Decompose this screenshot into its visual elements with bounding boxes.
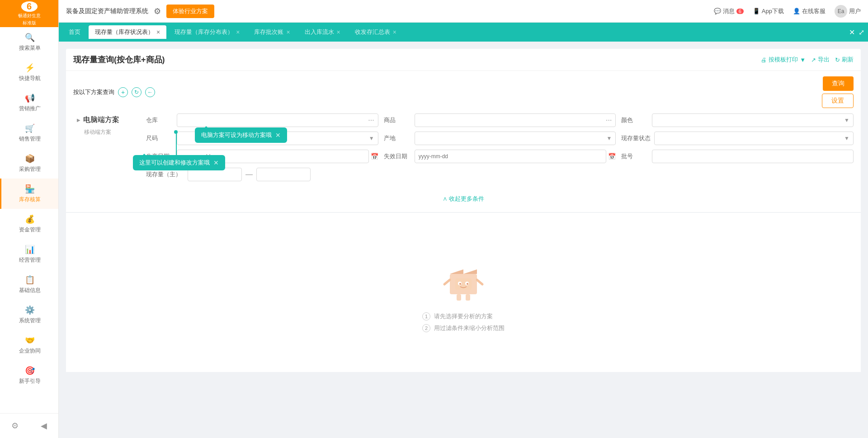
sidebar-item-search[interactable]: 🔍 搜索菜单	[0, 27, 58, 57]
refresh-icon: ↻	[835, 57, 840, 63]
export-btn[interactable]: ↗ 导出	[811, 56, 830, 64]
sidebar-item-label: 快捷导航	[19, 75, 41, 82]
step-num-2: 2	[422, 324, 430, 332]
filter-row-1: 仓库 ··· 商品 ···	[146, 113, 854, 127]
tab-inout-flow[interactable]: 出入库流水 ×	[298, 25, 347, 39]
sidebar-item-system[interactable]: ⚙️ 系统管理	[0, 300, 58, 330]
experience-btn[interactable]: 体验行业方案	[166, 5, 214, 18]
tab-inventory-status[interactable]: 现存量（库存状况表） ×	[89, 25, 166, 39]
page-actions: 🖨 按模板打印 ▼ ↗ 导出 ↻ 刷新	[761, 56, 854, 64]
svg-marker-2	[463, 269, 477, 274]
page-title: 现存量查询(按仓库+商品)	[73, 54, 165, 65]
message-item[interactable]: 💬 消息 6	[714, 7, 744, 15]
collapse-label: 收起更多条件	[449, 195, 484, 202]
sidebar-item-marketing[interactable]: 📢 营销推广	[0, 88, 58, 118]
tab-home[interactable]: 首页	[62, 25, 87, 39]
avatar: Ea	[835, 5, 847, 18]
basic-icon: 📋	[25, 275, 35, 285]
page-header: 现存量查询(按仓库+商品) 🖨 按模板打印 ▼ ↗ 导出 ↻ 刷新	[66, 49, 861, 71]
calendar-icon-2[interactable]: 📅	[608, 153, 616, 160]
app-download-item[interactable]: 📱 App下载	[753, 7, 784, 15]
scheme-tree-item-mobile[interactable]: 移动端方案	[73, 127, 139, 138]
page-content: 现存量查询(按仓库+商品) 🖨 按模板打印 ▼ ↗ 导出 ↻ 刷新	[59, 42, 868, 438]
tab-inventory-status-close[interactable]: ×	[156, 29, 160, 35]
svg-marker-1	[450, 269, 463, 274]
guide-icon: 🎯	[25, 366, 35, 376]
refresh-btn[interactable]: ↻ 刷新	[835, 56, 854, 64]
collapse-more-btn[interactable]: ∧ 收起更多条件	[73, 191, 854, 207]
sidebar-item-sales[interactable]: 🛒 销售管理	[0, 118, 58, 148]
scheme-tooltip: 电脑方案可设为移动方案哦 ✕	[195, 127, 287, 143]
sidebar-item-quick-nav[interactable]: ⚡ 快捷导航	[0, 57, 58, 88]
filter-section: 按以下方案查询 + ↻ ← 查询 设置 电脑方案可设为移动方案哦 ✕	[66, 71, 861, 212]
sidebar-item-label: 库存核算	[19, 196, 41, 203]
filter-add-btn[interactable]: +	[118, 87, 128, 97]
sidebar-item-inventory[interactable]: 🏪 库存核算	[0, 179, 58, 209]
filter-header: 按以下方案查询 + ↻ ← 查询 设置	[73, 76, 854, 108]
tab-bar: 首页 现存量（库存状况表） × 现存量（库存分布表） × 库存批次账 × 出入库…	[59, 23, 868, 42]
inventory-status-select[interactable]: ▼	[654, 132, 854, 145]
warehouse-field: 仓库 ···	[146, 113, 378, 127]
batch-label: 批号	[621, 152, 648, 160]
main-content: 装备及固定资产辅助管理系统 ⚙ 体验行业方案 💬 消息 6 📱 App下载 👤 …	[59, 0, 868, 438]
edit-tooltip: 这里可以创建和修改方案哦 ✕	[133, 155, 225, 170]
batch-input[interactable]	[652, 150, 854, 163]
sidebar-item-finance[interactable]: 💰 资金管理	[0, 209, 58, 239]
tab-maximize-icon[interactable]: ⤢	[859, 28, 864, 37]
goods-select[interactable]: ···	[415, 113, 616, 127]
tab-receive-summary[interactable]: 收发存汇总表 ×	[349, 25, 403, 39]
user-item[interactable]: Ea 用户	[835, 5, 861, 18]
brand-name: 畅通好生意	[18, 13, 41, 19]
inventory-max-input[interactable]	[256, 168, 311, 181]
calendar-icon[interactable]: 📅	[371, 153, 378, 160]
origin-select[interactable]: ▼	[415, 132, 616, 145]
expiry-date-input[interactable]	[415, 150, 607, 163]
tab-inventory-dist-label: 现存量（库存分布表）	[175, 28, 233, 36]
goods-more[interactable]: ···	[606, 116, 612, 124]
color-select[interactable]: ▼	[652, 113, 854, 127]
tab-inventory-dist-close[interactable]: ×	[236, 29, 240, 35]
purchase-icon: 📦	[25, 154, 35, 164]
sidebar-item-basic[interactable]: 📋 基础信息	[0, 269, 58, 300]
batch-field: 批号	[621, 150, 854, 163]
sidebar-item-enterprise[interactable]: 🤝 企业协同	[0, 330, 58, 360]
tab-close-all-icon[interactable]: ✕	[849, 28, 855, 37]
print-icon: 🖨	[761, 57, 767, 63]
filter-container: 现存量查询(按仓库+商品) 🖨 按模板打印 ▼ ↗ 导出 ↻ 刷新	[66, 49, 861, 212]
header-settings-icon[interactable]: ⚙	[154, 6, 161, 16]
online-service-item[interactable]: 👤 在线客服	[793, 7, 826, 15]
edit-tooltip-close[interactable]: ✕	[213, 159, 219, 166]
sidebar-item-purchase[interactable]: 📦 采购管理	[0, 148, 58, 179]
sidebar-item-guide[interactable]: 🎯 新手引导	[0, 360, 58, 391]
query-btn[interactable]: 查询	[823, 76, 854, 91]
scheme-pc-label: 电脑端方案	[83, 115, 119, 125]
tab-receive-summary-close[interactable]: ×	[393, 29, 396, 35]
tab-batch-ledger-close[interactable]: ×	[286, 29, 290, 35]
tab-inout-flow-label: 出入库流水	[305, 28, 334, 36]
warehouse-more[interactable]: ···	[368, 116, 374, 124]
sidebar-item-label: 营销推广	[19, 105, 41, 113]
expand-icon: ▶	[77, 118, 80, 122]
scheme-tree-item-pc[interactable]: ▶ 电脑端方案	[73, 113, 139, 127]
set-btn[interactable]: 设置	[822, 94, 854, 108]
tab-inout-flow-close[interactable]: ×	[337, 29, 340, 35]
empty-steps: 1 请先选择要分析的方案 2 用过滤条件来缩小分析范围	[422, 312, 505, 336]
chevron-down-icon: ▼	[606, 135, 612, 141]
filter-header-label: 按以下方案查询	[73, 88, 114, 96]
inventory-status-field: 现存量状态 ▼	[621, 132, 854, 145]
filter-arrow-btn[interactable]: ←	[145, 87, 155, 97]
tab-batch-ledger[interactable]: 库存批次账 ×	[248, 25, 296, 39]
template-print-btn[interactable]: 🖨 按模板打印 ▼	[761, 56, 806, 64]
sidebar-item-label: 搜索菜单	[19, 44, 41, 52]
system-icon: ⚙️	[25, 305, 35, 315]
tab-bar-actions: ✕ ⤢	[849, 28, 864, 37]
scheme-tooltip-close[interactable]: ✕	[275, 132, 281, 139]
filter-refresh-btn[interactable]: ↻	[132, 87, 142, 97]
sidebar-collapse-btn[interactable]: ◀	[39, 419, 49, 433]
empty-illustration	[436, 249, 491, 303]
sidebar-settings-btn[interactable]: ⚙	[9, 419, 20, 433]
user-label: 用户	[849, 7, 861, 15]
sidebar-item-operation[interactable]: 📊 经营管理	[0, 239, 58, 269]
tab-inventory-dist[interactable]: 现存量（库存分布表） ×	[168, 25, 246, 39]
sidebar: 6 畅通好生意 标准版 🔍 搜索菜单 ⚡ 快捷导航 📢 营销推广 🛒 销售管理 …	[0, 0, 59, 438]
